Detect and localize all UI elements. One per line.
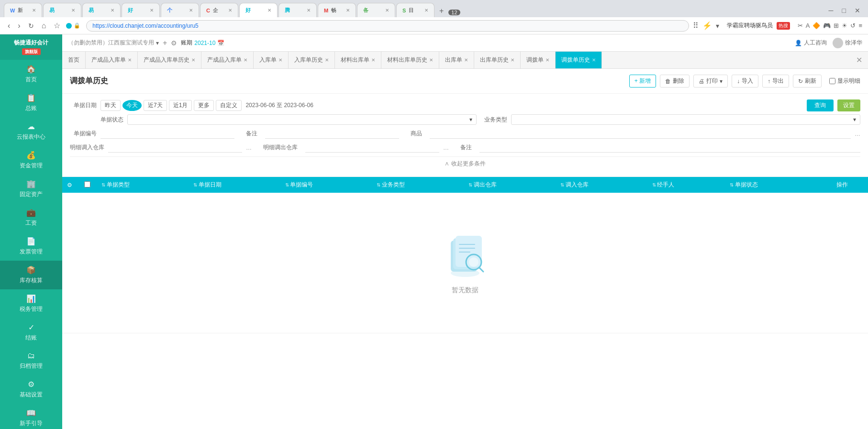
- to-wh-filter-input[interactable]: [305, 143, 439, 153]
- back-btn[interactable]: ‹: [6, 21, 12, 31]
- browser-tab[interactable]: W 新 ✕: [4, 3, 42, 17]
- tab-close-icon[interactable]: ✕: [191, 57, 195, 63]
- tab-close-icon[interactable]: ✕: [545, 57, 549, 63]
- refresh-btn[interactable]: ↻ 刷新: [793, 75, 822, 88]
- address-bar[interactable]: [86, 20, 689, 32]
- tab-close-icon[interactable]: ✕: [325, 57, 329, 63]
- tab-close-icon[interactable]: ✕: [307, 8, 311, 13]
- tab-close-icon[interactable]: ✕: [592, 57, 596, 63]
- collapse-filter-btn[interactable]: ∧ 收起更多条件: [70, 156, 860, 171]
- home-btn[interactable]: ⌂: [40, 21, 48, 31]
- user-avatar[interactable]: 徐泽华: [833, 38, 862, 48]
- sidebar-item-fixed-assets[interactable]: 🏢 固定资产: [0, 175, 62, 203]
- settings-filter-btn[interactable]: 设置: [837, 99, 860, 111]
- from-wh-filter-input[interactable]: [108, 143, 242, 153]
- sidebar-item-invoice[interactable]: 📄 发票管理: [0, 232, 62, 261]
- biz-type-filter-select[interactable]: ▾: [511, 114, 860, 125]
- tab-close-icon[interactable]: ✕: [278, 57, 282, 63]
- forward-btn[interactable]: ›: [16, 21, 22, 31]
- page-tab-out-history[interactable]: 出库单历史 ✕: [474, 52, 521, 69]
- date-btn-7days[interactable]: 近7天: [144, 100, 167, 111]
- date-btn-custom[interactable]: 自定义: [216, 100, 242, 111]
- page-tab-product-in-history[interactable]: 产成品入库单历史 ✕: [138, 52, 201, 69]
- period-selector[interactable]: 账期 2021-10 📅: [181, 39, 224, 47]
- tab-close-icon[interactable]: ✕: [424, 8, 428, 13]
- sidebar-item-archive[interactable]: 🗂 归档管理: [0, 347, 62, 375]
- page-tab-in[interactable]: 入库单 ✕: [254, 52, 289, 69]
- page-tab-home[interactable]: 首页: [62, 52, 86, 69]
- sidebar-item-home[interactable]: 🏠 首页: [0, 60, 62, 88]
- tab-close-icon[interactable]: ✕: [189, 8, 193, 13]
- tab-close-icon[interactable]: ✕: [128, 57, 132, 63]
- tab-close-icon[interactable]: ✕: [346, 8, 350, 13]
- remark-filter-input[interactable]: [265, 129, 399, 139]
- add-org-btn[interactable]: +: [163, 39, 167, 47]
- print-btn[interactable]: 🖨 打印 ▾: [693, 75, 728, 88]
- col-gear[interactable]: ⚙: [62, 177, 79, 193]
- close-btn[interactable]: ✕: [851, 5, 864, 17]
- tab-close-icon[interactable]: ✕: [429, 57, 433, 63]
- tab-close-icon[interactable]: ✕: [111, 8, 114, 13]
- browser-tab[interactable]: S 目 ✕: [396, 3, 434, 17]
- date-btn-today[interactable]: 今天: [122, 100, 142, 111]
- sidebar-item-fund[interactable]: 💰 资金管理: [0, 146, 62, 175]
- tab-close-icon[interactable]: ✕: [32, 8, 36, 13]
- col-doc-type[interactable]: ⇅ 单据类型: [97, 177, 189, 193]
- col-operator[interactable]: ⇅ 经手人: [647, 177, 725, 193]
- tab-close-icon[interactable]: ✕: [71, 8, 75, 13]
- select-all-checkbox[interactable]: [84, 181, 90, 187]
- page-tab-material-out[interactable]: 材料出库单 ✕: [335, 52, 381, 69]
- sidebar-item-guide[interactable]: 📖 新手引导: [0, 404, 62, 429]
- tab-close-icon[interactable]: ✕: [371, 57, 375, 63]
- tab-close-icon[interactable]: ✕: [511, 57, 514, 63]
- tab-close-icon[interactable]: ✕: [385, 8, 389, 13]
- page-tab-product-in[interactable]: 产成品入库单 ✕: [86, 52, 138, 69]
- col-doc-date[interactable]: ⇅ 单据日期: [189, 177, 280, 193]
- sidebar-item-salary[interactable]: 💼 工资: [0, 203, 62, 232]
- tab-close-icon[interactable]: ✕: [150, 8, 154, 13]
- add-btn[interactable]: + 新增: [629, 75, 656, 88]
- maximize-btn[interactable]: □: [838, 5, 850, 17]
- new-tab-btn[interactable]: +: [435, 5, 447, 17]
- search-query[interactable]: 学霸应聘场驱鸟员: [727, 22, 773, 30]
- page-tab-transfer-history[interactable]: 调拨单历史 ✕: [556, 52, 602, 69]
- org-selector[interactable]: （勿删勿禁用）江西服宝测试专用 ▾: [68, 39, 159, 47]
- col-biz-type[interactable]: ⇅ 业务类型: [372, 177, 464, 193]
- browser-tab[interactable]: C 企 ✕: [200, 3, 238, 17]
- import-btn[interactable]: ↓ 导入: [732, 75, 758, 88]
- col-doc-status[interactable]: ⇅ 单据状态: [725, 177, 817, 193]
- col-checkbox[interactable]: [79, 177, 97, 193]
- browser-tab[interactable]: 好 ✕: [122, 3, 160, 17]
- service-btn[interactable]: 👤 人工咨询: [795, 39, 827, 47]
- page-tab-transfer[interactable]: 调拨单 ✕: [521, 52, 556, 69]
- refresh-nav-btn[interactable]: ↻: [26, 21, 36, 31]
- to-wh-more-btn[interactable]: …: [443, 144, 449, 151]
- browser-tab[interactable]: 腾 ✕: [278, 3, 317, 17]
- settings-gear-icon[interactable]: ⚙: [171, 39, 177, 47]
- page-tab-out[interactable]: 出库单 ✕: [439, 52, 474, 69]
- delete-btn[interactable]: 🗑 删除: [660, 75, 690, 88]
- page-tab-product-in2[interactable]: 产成品入库单 ✕: [201, 52, 254, 69]
- dropdown-icon[interactable]: ▾: [716, 22, 719, 30]
- sidebar-item-close[interactable]: ✓ 结账: [0, 318, 62, 347]
- tab-close-icon[interactable]: ✕: [244, 57, 247, 63]
- star-btn[interactable]: ☆: [52, 20, 62, 31]
- doc-no-filter-input[interactable]: [100, 129, 234, 139]
- page-tab-in-history[interactable]: 入库单历史 ✕: [289, 52, 335, 69]
- tab-bar-close[interactable]: ✕: [850, 55, 868, 65]
- minimize-btn[interactable]: ─: [825, 5, 837, 17]
- tab-close-icon[interactable]: ✕: [464, 57, 468, 63]
- sidebar-item-tax[interactable]: 📊 税务管理: [0, 289, 62, 318]
- date-btn-1month[interactable]: 近1月: [169, 100, 192, 111]
- date-btn-yesterday[interactable]: 昨天: [100, 100, 121, 111]
- browser-tab[interactable]: M 畅 ✕: [318, 3, 356, 17]
- goods-more-btn[interactable]: …: [855, 131, 860, 137]
- col-to-wh[interactable]: ⇅ 调入仓库: [556, 177, 647, 193]
- sidebar-item-inventory[interactable]: 📦 库存核算: [0, 261, 62, 289]
- sidebar-item-ledger[interactable]: 📋 总账: [0, 88, 62, 117]
- browser-tab[interactable]: 易 ✕: [82, 3, 121, 17]
- col-from-wh[interactable]: ⇅ 调出仓库: [464, 177, 556, 193]
- from-wh-more-btn[interactable]: …: [246, 144, 252, 151]
- remark2-filter-input[interactable]: [479, 143, 860, 153]
- page-tab-material-out-history[interactable]: 材料出库单历史 ✕: [381, 52, 439, 69]
